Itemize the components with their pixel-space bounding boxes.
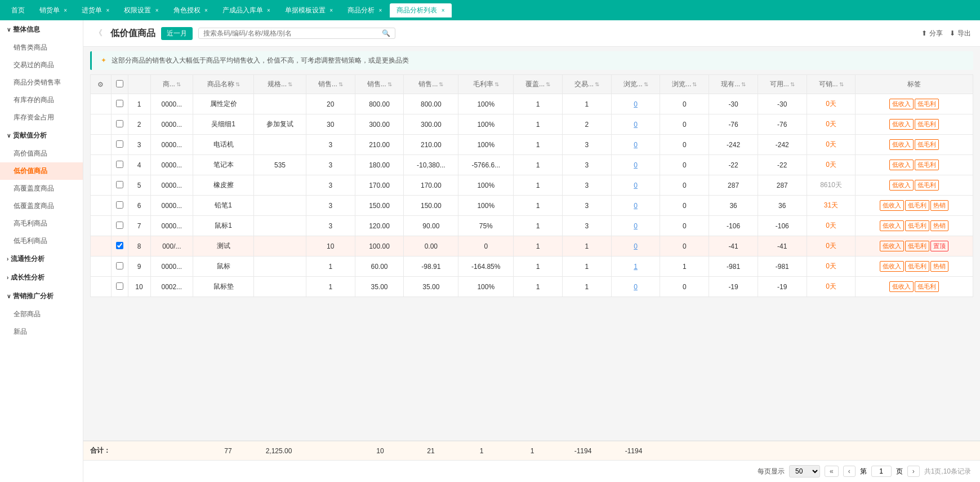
td-browse1[interactable]: 0 [611,114,660,135]
row-checkbox-7[interactable] [116,242,123,249]
first-page-button[interactable]: « [825,466,839,477]
nav-close-product-analysis-list[interactable]: × [442,7,445,14]
nav-close-template[interactable]: × [329,7,333,14]
td-browse1[interactable]: 1 [611,257,660,277]
th-sales3[interactable]: 销售...⇅ [404,75,458,94]
next-page-button[interactable]: › [907,466,920,477]
sort-browse1-icon[interactable]: ⇅ [644,81,648,87]
row-checkbox-5[interactable] [116,201,123,209]
page-size-select[interactable]: 50 100 200 [789,465,820,477]
th-sales1[interactable]: 销售...⇅ [306,75,355,94]
sidebar-item-stock-products[interactable]: 有库存的商品 [0,91,83,109]
sidebar-item-new-products[interactable]: 新品 [0,323,83,341]
sort-trade-icon[interactable]: ⇅ [595,81,599,87]
td-checkbox[interactable] [111,196,128,216]
row-checkbox-9[interactable] [116,282,123,290]
sidebar-item-sales-products[interactable]: 销售类商品 [0,39,83,56]
td-checkbox[interactable] [111,135,128,155]
row-checkbox-4[interactable] [116,181,123,188]
sidebar-group-circulation[interactable]: › 流通性分析 [0,250,83,268]
th-trade[interactable]: 交易...⇅ [562,75,611,94]
td-checkbox[interactable] [111,94,128,114]
row-checkbox-2[interactable] [116,140,123,148]
sort-sellable-icon[interactable]: ⇅ [839,81,844,87]
sort-code-icon[interactable]: ⇅ [176,81,181,87]
td-checkbox[interactable] [111,257,128,277]
th-sales2[interactable]: 销售...⇅ [355,75,404,94]
collapse-sidebar-button[interactable]: 《 [92,26,105,41]
nav-item-product-analysis[interactable]: 商品分析 × [341,3,389,17]
row-checkbox-0[interactable] [116,100,123,107]
td-browse1[interactable]: 0 [611,277,660,297]
sort-spec-icon[interactable]: ⇅ [288,81,292,87]
th-name[interactable]: 商品名称⇅ [193,75,254,94]
browse1-link[interactable]: 1 [634,263,638,271]
sort-sales1-icon[interactable]: ⇅ [338,81,343,87]
browse1-link[interactable]: 0 [634,182,638,189]
nav-close-product-entry[interactable]: × [267,7,270,14]
sidebar-item-high-margin[interactable]: 高毛利商品 [0,215,83,232]
sort-stock2-icon[interactable]: ⇅ [790,81,795,87]
th-stock1[interactable]: 现有...⇅ [709,75,758,94]
sort-name-icon[interactable]: ⇅ [235,81,240,87]
sidebar-item-high-coverage[interactable]: 高覆盖度商品 [0,180,83,197]
search-icon[interactable]: 🔍 [382,29,390,37]
th-sellable[interactable]: 可销...⇅ [807,75,856,94]
row-checkbox-3[interactable] [116,161,123,168]
nav-item-role[interactable]: 角色授权 × [167,3,215,17]
th-settings[interactable]: ⚙ [91,75,112,94]
sort-sales2-icon[interactable]: ⇅ [387,81,392,87]
sidebar-group-marketing[interactable]: ∨ 营销推广分析 [0,287,83,306]
td-browse1[interactable]: 0 [611,216,660,236]
td-browse1[interactable]: 0 [611,196,660,216]
th-cover[interactable]: 覆盖...⇅ [514,75,563,94]
th-spec[interactable]: 规格...⇅ [254,75,306,94]
nav-close-permission[interactable]: × [155,7,159,14]
sidebar-item-low-value[interactable]: 低价值商品 [0,162,83,180]
browse1-link[interactable]: 0 [634,121,638,129]
nav-close-product-analysis[interactable]: × [378,7,382,14]
nav-close-sales[interactable]: × [64,7,67,14]
th-checkbox[interactable] [111,75,128,94]
row-checkbox-1[interactable] [116,120,123,127]
period-button[interactable]: 近一月 [161,27,193,40]
td-browse1[interactable]: 0 [611,135,660,155]
th-margin[interactable]: 毛利率⇅ [458,75,514,94]
row-checkbox-6[interactable] [116,222,123,229]
sidebar-item-low-margin[interactable]: 低毛利商品 [0,232,83,250]
sidebar-item-traded-products[interactable]: 交易过的商品 [0,56,83,74]
browse1-link[interactable]: 0 [634,283,638,291]
search-input[interactable] [203,29,382,37]
sidebar-item-all-products[interactable]: 全部商品 [0,306,83,323]
sidebar-group-contribution[interactable]: ∨ 贡献值分析 [0,126,83,145]
nav-item-home[interactable]: 首页 [5,3,32,17]
th-code[interactable]: 商...⇅ [150,75,193,94]
export-button[interactable]: ⬇ 导出 [950,29,971,38]
sort-sales3-icon[interactable]: ⇅ [439,81,443,87]
sidebar-item-stock-capital[interactable]: 库存资金占用 [0,109,83,126]
td-browse1[interactable]: 0 [611,236,660,257]
share-button[interactable]: ⬆ 分享 [921,29,943,38]
td-checkbox[interactable] [111,155,128,175]
browse1-link[interactable]: 0 [634,100,638,108]
th-browse1[interactable]: 浏览...⇅ [611,75,660,94]
prev-page-button[interactable]: ‹ [843,466,856,477]
sort-margin-icon[interactable]: ⇅ [495,81,499,87]
th-browse2[interactable]: 浏览...⇅ [660,75,709,94]
sidebar-item-category-rate[interactable]: 商品分类销售率 [0,74,83,91]
sidebar-group-overall[interactable]: ∨ 整体信息 [0,20,83,39]
sidebar-item-low-coverage[interactable]: 低覆盖度商品 [0,197,83,215]
nav-item-product-analysis-list[interactable]: 商品分析列表 × [390,3,451,17]
td-checkbox[interactable] [111,216,128,236]
nav-item-template[interactable]: 单据模板设置 × [278,3,340,17]
th-stock2[interactable]: 可用...⇅ [758,75,807,94]
sidebar-group-growth[interactable]: › 成长性分析 [0,268,83,287]
browse1-link[interactable]: 0 [634,141,638,149]
sidebar-item-high-value[interactable]: 高价值商品 [0,145,83,162]
browse1-link[interactable]: 0 [634,242,638,250]
nav-item-permission[interactable]: 权限设置 × [117,3,165,17]
sort-stock1-icon[interactable]: ⇅ [741,81,746,87]
td-browse1[interactable]: 0 [611,175,660,196]
page-number-input[interactable] [871,466,892,477]
sort-browse2-icon[interactable]: ⇅ [692,81,697,87]
